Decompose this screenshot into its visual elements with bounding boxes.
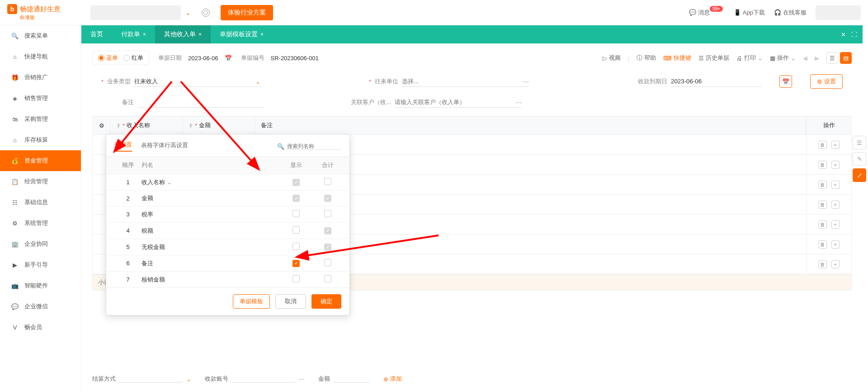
- prev-icon[interactable]: ◀: [803, 55, 807, 62]
- sidebar-item[interactable]: ⚙系统管理: [0, 213, 81, 234]
- sidebar-item[interactable]: 📺智能硬件: [0, 275, 81, 296]
- add-icon[interactable]: +: [831, 260, 840, 268]
- close-icon[interactable]: ×: [143, 31, 146, 38]
- remark-input[interactable]: [137, 97, 264, 108]
- gear-icon[interactable]: [202, 9, 210, 17]
- more-icon[interactable]: ⋯: [516, 99, 522, 106]
- video-link[interactable]: ▷视频: [603, 54, 621, 62]
- show-checkbox[interactable]: [292, 226, 300, 234]
- history-link[interactable]: ☰历史单据: [698, 54, 729, 62]
- help-link[interactable]: ⓘ帮助: [637, 54, 656, 62]
- sidebar-item[interactable]: ▶新手引导: [0, 254, 81, 275]
- column-search-input[interactable]: [287, 143, 341, 150]
- delete-icon[interactable]: 🗑: [819, 260, 827, 268]
- sum-checkbox[interactable]: [324, 227, 331, 234]
- online-service-link[interactable]: 🎧 在线客服: [774, 9, 807, 17]
- template-button[interactable]: 单据模板: [233, 294, 270, 309]
- delete-icon[interactable]: 🗑: [819, 201, 827, 209]
- due-date-input[interactable]: [671, 76, 761, 87]
- sum-checkbox[interactable]: [324, 259, 331, 266]
- operations-link[interactable]: ▦操作⌄: [770, 54, 796, 62]
- rail-edit-icon[interactable]: ✎: [853, 152, 866, 166]
- sort-icon[interactable]: ▲▼: [189, 123, 193, 128]
- calendar-icon[interactable]: 📅: [225, 55, 232, 62]
- view-list[interactable]: ☰: [826, 52, 838, 64]
- tab[interactable]: 首页: [81, 25, 112, 43]
- more-icon[interactable]: ⋯: [523, 78, 529, 85]
- rail-note-icon[interactable]: ☰: [853, 136, 866, 149]
- more-icon[interactable]: ⋯: [299, 376, 305, 382]
- chevron-down-icon[interactable]: ⌄: [186, 376, 191, 382]
- chevron-down-icon[interactable]: ⌄: [185, 9, 191, 16]
- pop-tab-columns[interactable]: 列设置: [114, 141, 132, 152]
- amount-input[interactable]: [334, 375, 370, 382]
- sidebar-item[interactable]: 📋经营管理: [0, 171, 81, 192]
- tab[interactable]: 单据模板设置×: [211, 25, 273, 43]
- add-link[interactable]: ⊕ 添加: [383, 375, 402, 383]
- fullscreen-icon[interactable]: ⛶: [851, 31, 857, 38]
- show-checkbox[interactable]: [292, 179, 300, 186]
- sum-checkbox[interactable]: [324, 244, 331, 251]
- user-avatar[interactable]: [816, 5, 861, 20]
- sidebar-item[interactable]: 🔍搜索菜单: [0, 25, 81, 46]
- settings-button[interactable]: ⚙设置: [810, 74, 843, 89]
- unit-input[interactable]: [402, 76, 528, 87]
- company-selector[interactable]: [90, 5, 181, 20]
- print-link[interactable]: 🖨打印⌄: [736, 54, 763, 62]
- show-checkbox[interactable]: [292, 243, 300, 250]
- sum-checkbox[interactable]: [324, 210, 331, 217]
- biz-type-input[interactable]: [134, 76, 261, 87]
- delete-icon[interactable]: 🗑: [819, 220, 827, 229]
- blue-voucher-radio[interactable]: 蓝单: [98, 54, 118, 62]
- settle-method-input[interactable]: [119, 375, 183, 382]
- voucher-date-value[interactable]: 2023-06-06: [188, 55, 218, 62]
- cancel-button[interactable]: 取消: [275, 294, 306, 309]
- app-download-link[interactable]: 📱 App下载: [734, 9, 765, 17]
- show-checkbox[interactable]: [292, 275, 300, 282]
- sidebar-item[interactable]: 💬企业微信: [0, 296, 81, 317]
- sum-checkbox[interactable]: [324, 178, 331, 185]
- close-icon[interactable]: ×: [260, 31, 264, 38]
- column-settings-gear[interactable]: ⚙: [93, 116, 111, 134]
- show-checkbox[interactable]: [292, 260, 300, 267]
- close-tab-icon[interactable]: ✕: [841, 31, 846, 38]
- account-input[interactable]: [232, 375, 295, 382]
- link-customer-input[interactable]: [395, 97, 521, 108]
- ok-button[interactable]: 确定: [311, 294, 341, 309]
- sum-checkbox[interactable]: [324, 275, 331, 282]
- red-voucher-radio[interactable]: 红单: [123, 54, 143, 62]
- delete-icon[interactable]: 🗑: [819, 240, 827, 249]
- chevron-down-icon[interactable]: ⌄: [255, 78, 260, 85]
- sidebar-item[interactable]: V畅会员: [0, 317, 81, 338]
- sort-icon[interactable]: ▲▼: [116, 123, 121, 128]
- next-icon[interactable]: ▶: [815, 55, 819, 62]
- delete-icon[interactable]: 🗑: [819, 141, 827, 149]
- sidebar-item[interactable]: ⌂快捷导航: [0, 46, 81, 67]
- messages-link[interactable]: 💬 消息 99+: [689, 9, 725, 17]
- calendar-button[interactable]: 📅: [779, 75, 792, 88]
- show-checkbox[interactable]: [292, 210, 300, 217]
- sum-checkbox[interactable]: [324, 195, 331, 202]
- close-icon[interactable]: ×: [198, 31, 202, 38]
- delete-icon[interactable]: 🗑: [819, 181, 827, 189]
- rail-expand-icon[interactable]: ⤢: [853, 168, 866, 182]
- sidebar-item[interactable]: ☷基础信息: [0, 192, 81, 213]
- add-icon[interactable]: +: [831, 161, 840, 169]
- sidebar-item[interactable]: 🏢企业协同: [0, 234, 81, 254]
- sidebar-item[interactable]: ◈销售管理: [0, 88, 81, 109]
- delete-icon[interactable]: 🗑: [819, 161, 827, 169]
- sidebar-item[interactable]: 🛍采购管理: [0, 109, 81, 129]
- add-icon[interactable]: +: [831, 220, 840, 229]
- tab[interactable]: 其他收入单×: [155, 25, 211, 43]
- sidebar-item[interactable]: 🎁营销推广: [0, 67, 81, 88]
- add-icon[interactable]: +: [831, 141, 840, 149]
- view-card[interactable]: ▤: [840, 52, 852, 64]
- show-checkbox[interactable]: [292, 195, 300, 202]
- tab[interactable]: 付款单×: [112, 25, 155, 43]
- shortcut-link[interactable]: ⌨快捷键: [663, 54, 691, 62]
- add-icon[interactable]: +: [831, 240, 840, 249]
- trial-button[interactable]: 体验行业方案: [221, 5, 273, 20]
- add-icon[interactable]: +: [831, 201, 840, 209]
- sidebar-item[interactable]: 💰资金管理: [0, 150, 81, 171]
- sidebar-item[interactable]: ⌂库存核算: [0, 129, 81, 150]
